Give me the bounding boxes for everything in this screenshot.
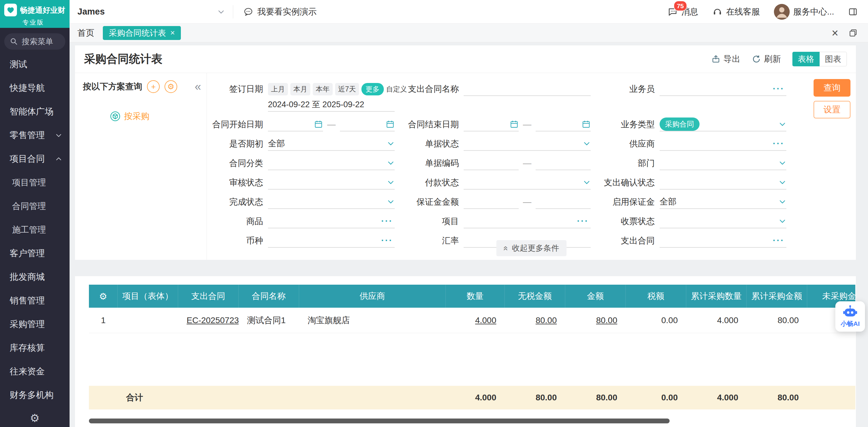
sidebar-item[interactable]: 财务多机构 <box>0 383 69 407</box>
column-settings-header[interactable]: ⚙ <box>89 285 118 308</box>
select-input[interactable] <box>660 156 786 170</box>
sidebar-item[interactable]: 智能体广场 <box>0 100 69 123</box>
sidebar-item[interactable]: 批发商城 <box>0 265 69 289</box>
sidebar-item-label: 测试 <box>10 58 27 70</box>
column-header[interactable]: 累计采购金额 <box>747 285 807 308</box>
date-input-from[interactable] <box>464 117 519 132</box>
select-value: 全部 <box>660 196 677 207</box>
total-cell <box>178 386 239 409</box>
view-chart-button[interactable]: 图表 <box>819 52 847 66</box>
picker-input[interactable]: ··· <box>268 215 395 228</box>
export-button[interactable]: 导出 <box>711 53 740 65</box>
sidebar-item[interactable]: 项目管理 <box>0 171 69 194</box>
cell-link[interactable]: 80.00 <box>596 316 617 325</box>
refresh-button[interactable]: 刷新 <box>752 53 781 65</box>
quick-date-more-pill[interactable]: 更多 <box>362 83 384 95</box>
total-text: 80.00 <box>536 393 557 402</box>
date-range-field[interactable]: 2024-09-22 至 2025-09-22 <box>268 98 395 112</box>
cell-link[interactable]: 4.000 <box>475 316 496 325</box>
restore-window-icon[interactable] <box>849 28 858 37</box>
column-header[interactable]: 累计采购数量 <box>686 285 747 308</box>
tab-active[interactable]: 采购合同统计表 × <box>103 26 181 40</box>
service-center-button[interactable]: 服务中心... <box>774 4 834 20</box>
column-header[interactable]: 数量 <box>446 285 505 308</box>
sidebar-item[interactable]: 合同管理 <box>0 194 69 218</box>
picker-input[interactable]: ··· <box>660 82 786 96</box>
cell-text: 0.00 <box>661 316 678 325</box>
export-label: 导出 <box>723 53 740 65</box>
messages-button[interactable]: 75 消息 <box>668 6 698 18</box>
add-plan-button[interactable]: + <box>147 80 160 93</box>
select-input[interactable] <box>660 215 786 228</box>
column-header[interactable]: 无税金额 <box>505 285 565 308</box>
tab-home[interactable]: 首页 <box>78 27 94 39</box>
sidebar-item[interactable]: 往来资金 <box>0 360 69 383</box>
select-input[interactable] <box>268 176 395 190</box>
column-header[interactable]: 金额 <box>565 285 626 308</box>
view-table-button[interactable]: 表格 <box>793 52 819 66</box>
tab-close-icon[interactable]: × <box>170 28 175 37</box>
collapse-conditions-button[interactable]: « 收起更多条件 <box>496 240 566 256</box>
plan-settings-button[interactable]: ⚙ <box>164 80 177 93</box>
column-header[interactable]: 合同名称 <box>239 285 299 308</box>
picker-input[interactable]: ··· <box>660 137 786 151</box>
sidebar-settings-button[interactable]: ⚙ <box>0 409 69 427</box>
refresh-label: 刷新 <box>764 53 781 65</box>
quick-date-chip[interactable]: 本月 <box>290 83 310 95</box>
text-input[interactable] <box>464 82 590 96</box>
horizontal-scrollbar[interactable] <box>89 419 670 423</box>
filter-select-cell: 是否期初全部 <box>211 134 407 153</box>
select-input[interactable] <box>268 195 395 209</box>
column-header[interactable]: 供应商 <box>299 285 446 308</box>
account-select[interactable]: James <box>69 0 233 23</box>
collapse-panel-icon[interactable]: « <box>195 81 201 92</box>
quick-date-chip[interactable]: 上月 <box>268 83 288 95</box>
range-input-from[interactable] <box>464 156 519 170</box>
demo-link[interactable]: 我要看实例演示 <box>244 6 317 18</box>
online-service-button[interactable]: 在线客服 <box>712 6 760 18</box>
range-input-to[interactable] <box>536 195 591 209</box>
close-icon[interactable]: × <box>832 27 838 39</box>
sidebar-item[interactable]: 零售管理 <box>0 123 69 147</box>
range-input-to[interactable] <box>536 156 591 170</box>
select-input[interactable] <box>660 176 786 190</box>
cell-link[interactable]: EC-20250723- <box>187 316 239 325</box>
sidebar-item[interactable]: 客户管理 <box>0 242 69 265</box>
column-header[interactable]: 税额 <box>626 285 686 308</box>
select-input[interactable] <box>268 156 395 170</box>
cell-link[interactable]: 80.00 <box>536 316 557 325</box>
picker-input[interactable]: ··· <box>268 234 395 248</box>
sidebar-item[interactable]: 采购管理 <box>0 313 69 336</box>
sidebar-item[interactable]: 销售管理 <box>0 289 69 313</box>
column-header[interactable]: 项目（表体） <box>118 285 178 308</box>
quick-date-chip[interactable]: 本年 <box>313 83 333 95</box>
select-input[interactable] <box>464 176 590 190</box>
query-button[interactable]: 查询 <box>813 79 850 96</box>
select-input[interactable]: 全部 <box>660 195 786 209</box>
select-input[interactable]: 全部 <box>268 137 395 151</box>
ai-assistant-widget[interactable]: 小畅AI <box>835 301 865 332</box>
column-header[interactable]: 支出合同 <box>178 285 239 308</box>
settings-button[interactable]: 设置 <box>813 101 850 118</box>
filter-label: 业务类型 <box>603 117 660 132</box>
quick-date-custom[interactable]: 自定义 <box>386 85 407 94</box>
quick-date-chip[interactable]: 近7天 <box>335 83 359 95</box>
query-plan-item[interactable]: 按采购 <box>110 111 201 122</box>
sidebar-item[interactable]: 测试 <box>0 53 69 76</box>
select-input[interactable] <box>464 137 590 151</box>
date-input-to[interactable] <box>536 117 591 132</box>
filter-label: 合同结束日期 <box>407 117 464 132</box>
range-input-from[interactable] <box>464 195 519 209</box>
sidebar-item[interactable]: 快捷导航 <box>0 76 69 100</box>
sidebar-item[interactable]: 库存核算 <box>0 336 69 360</box>
date-input-to[interactable] <box>340 117 395 132</box>
picker-input[interactable]: ··· <box>660 234 786 248</box>
sidebar-search[interactable]: 搜索菜单 <box>4 33 65 50</box>
select-input[interactable]: 采购合同 <box>660 117 786 132</box>
date-input-from[interactable] <box>268 117 323 132</box>
picker-input[interactable]: ··· <box>464 215 590 228</box>
panel-toggle-button[interactable] <box>848 7 858 17</box>
table-row[interactable]: 1EC-20250723-测试合同1淘宝旗舰店4.00080.0080.000.… <box>89 308 855 333</box>
sidebar-item[interactable]: 项目合同 <box>0 147 69 171</box>
sidebar-item[interactable]: 施工管理 <box>0 218 69 242</box>
